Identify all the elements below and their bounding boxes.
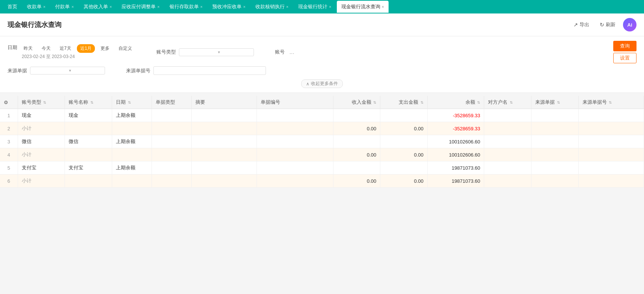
col-source-doc-sort[interactable]: ⇅ xyxy=(557,100,560,104)
col-income: 收入金额 ⇅ xyxy=(333,96,380,109)
col-balance: 余额 ⇅ xyxy=(428,96,484,109)
data-table-container: ⚙ 账号类型 ⇅ 账号名称 ⇅ 日期 ⇅ 单据类型 摘要 xyxy=(0,96,644,188)
account-type-select[interactable]: ▾ xyxy=(179,48,254,56)
col-account-name-label: 账号名称 xyxy=(69,99,88,105)
table-row[interactable]: 3微信微信上期余额100102606.60 xyxy=(0,135,644,148)
row-expense: 0.00 xyxy=(380,175,428,188)
row-expense xyxy=(380,161,428,175)
col-source-doc-label: 来源单据 xyxy=(535,99,555,105)
row-source-doc-num xyxy=(578,109,644,122)
refresh-icon: ↻ xyxy=(600,22,604,28)
date-yesterday[interactable]: 昨天 xyxy=(20,44,36,53)
row-source-doc-num xyxy=(578,122,644,135)
ai-label: Ai xyxy=(627,22,632,28)
row-doc-type xyxy=(152,135,192,148)
account-type-label: 账号类型 xyxy=(156,49,176,55)
table-row[interactable]: 5支付宝支付宝上期余额19871073.60 xyxy=(0,161,644,175)
date-options-container: 昨天 今天 近7天 近1月 更多 自定义 2023-02-24 至 2023-0… xyxy=(20,44,135,60)
row-source-doc xyxy=(531,109,579,122)
col-doc-type-label: 单据类型 xyxy=(156,99,175,105)
col-gear[interactable]: ⚙ xyxy=(0,96,18,109)
row-summary xyxy=(192,161,257,175)
row-doc-number xyxy=(257,122,333,135)
date-last7[interactable]: 近7天 xyxy=(56,44,75,53)
query-button[interactable]: 查询 xyxy=(613,41,636,51)
row-summary xyxy=(192,148,257,161)
nav-adjustment[interactable]: 应收应付调整单 × xyxy=(117,1,164,13)
nav-adjustment-close[interactable]: × xyxy=(157,4,159,9)
col-expense-label: 支出金额 xyxy=(399,99,418,105)
nav-receipt-close[interactable]: × xyxy=(43,4,45,9)
nav-bank-deposit[interactable]: 银行存取款单 × xyxy=(165,1,207,13)
col-date-sort[interactable]: ⇅ xyxy=(128,100,131,104)
nav-pre-collection[interactable]: 预收冲应收单 × xyxy=(208,1,250,13)
row-counterpart xyxy=(484,122,531,135)
nav-bank-deposit-close[interactable]: × xyxy=(200,4,203,9)
collapse-button[interactable]: ∧ 收起更多条件 xyxy=(301,79,343,88)
col-balance-sort[interactable]: ⇅ xyxy=(477,100,480,104)
row-doc-number xyxy=(257,161,333,175)
gear-icon[interactable]: ⚙ xyxy=(4,100,8,105)
nav-home[interactable]: 首页 xyxy=(3,1,22,13)
source-doc-select[interactable]: ▾ xyxy=(30,67,105,75)
date-today[interactable]: 今天 xyxy=(38,44,54,53)
table-header-row: ⚙ 账号类型 ⇅ 账号名称 ⇅ 日期 ⇅ 单据类型 摘要 xyxy=(0,96,644,109)
nav-receipt[interactable]: 收款单 × xyxy=(23,1,50,13)
nav-collection-exec[interactable]: 收款核销执行 × xyxy=(251,1,293,13)
row-account-type: 小计 xyxy=(18,148,65,161)
row-doc-type xyxy=(152,109,192,122)
source-doc-num-input[interactable] xyxy=(153,66,266,75)
row-source-doc xyxy=(531,161,579,175)
nav-adjustment-label: 应收应付调整单 xyxy=(122,3,156,10)
col-income-sort[interactable]: ⇅ xyxy=(373,100,376,104)
refresh-button[interactable]: ↻ 刷新 xyxy=(597,20,618,30)
nav-bank-flow[interactable]: 现金银行流水查询 × xyxy=(337,1,389,13)
nav-payment-close[interactable]: × xyxy=(71,4,74,9)
ai-avatar[interactable]: Ai xyxy=(623,18,636,31)
row-account-type: 支付宝 xyxy=(18,161,65,175)
row-doc-number xyxy=(257,175,333,188)
nav-bank-flow-close[interactable]: × xyxy=(382,4,384,9)
nav-bank-deposit-label: 银行存取款单 xyxy=(170,3,199,10)
col-source-doc-num-label: 来源单据号 xyxy=(582,99,607,105)
page-title: 现金银行流水查询 xyxy=(8,20,62,29)
nav-bank-stats[interactable]: 现金银行统计 × xyxy=(294,1,336,13)
filter-row-source: 来源单据 ▾ 来源单据号 xyxy=(8,66,636,75)
col-source-doc-num: 来源单据号 ⇅ xyxy=(578,96,644,109)
account-dots[interactable]: ... xyxy=(288,49,296,55)
nav-other-income[interactable]: 其他收入单 × xyxy=(79,1,116,13)
row-income xyxy=(333,161,380,175)
setting-button[interactable]: 设置 xyxy=(613,53,636,63)
col-account-name-sort[interactable]: ⇅ xyxy=(90,100,93,104)
table-row[interactable]: 2小计0.000.00-3528659.33 xyxy=(0,122,644,135)
date-more[interactable]: 更多 xyxy=(97,44,113,53)
row-counterpart xyxy=(484,109,531,122)
export-button[interactable]: ↗ 导出 xyxy=(570,20,592,30)
date-custom[interactable]: 自定义 xyxy=(115,44,135,53)
table-row[interactable]: 4小计0.000.00100102606.60 xyxy=(0,148,644,161)
col-summary: 摘要 xyxy=(192,96,257,109)
nav-bank-stats-close[interactable]: × xyxy=(329,4,331,9)
table-row[interactable]: 1现金现金上期余额-3528659.33 xyxy=(0,109,644,122)
nav-collection-exec-close[interactable]: × xyxy=(286,4,288,9)
date-last1m[interactable]: 近1月 xyxy=(77,44,95,53)
row-income: 0.00 xyxy=(333,122,380,135)
row-expense: 0.00 xyxy=(380,148,428,161)
col-expense-sort[interactable]: ⇅ xyxy=(420,100,423,104)
row-counterpart xyxy=(484,148,531,161)
account-label: 账号 xyxy=(275,49,285,55)
col-counterpart-sort[interactable]: ⇅ xyxy=(510,100,513,104)
table-row[interactable]: 6小计0.000.0019871073.60 xyxy=(0,175,644,188)
nav-pre-collection-close[interactable]: × xyxy=(243,4,245,9)
row-summary xyxy=(192,122,257,135)
nav-payment[interactable]: 付款单 × xyxy=(51,1,78,13)
row-number: 1 xyxy=(0,109,18,122)
row-number: 6 xyxy=(0,175,18,188)
row-number: 4 xyxy=(0,148,18,161)
nav-other-income-close[interactable]: × xyxy=(110,4,112,9)
collapse-label: 收起更多条件 xyxy=(311,81,338,87)
row-date xyxy=(112,175,152,188)
col-account-type-sort[interactable]: ⇅ xyxy=(43,100,46,104)
col-source-doc-num-sort[interactable]: ⇅ xyxy=(609,100,612,104)
col-source-doc: 来源单据 ⇅ xyxy=(531,96,579,109)
